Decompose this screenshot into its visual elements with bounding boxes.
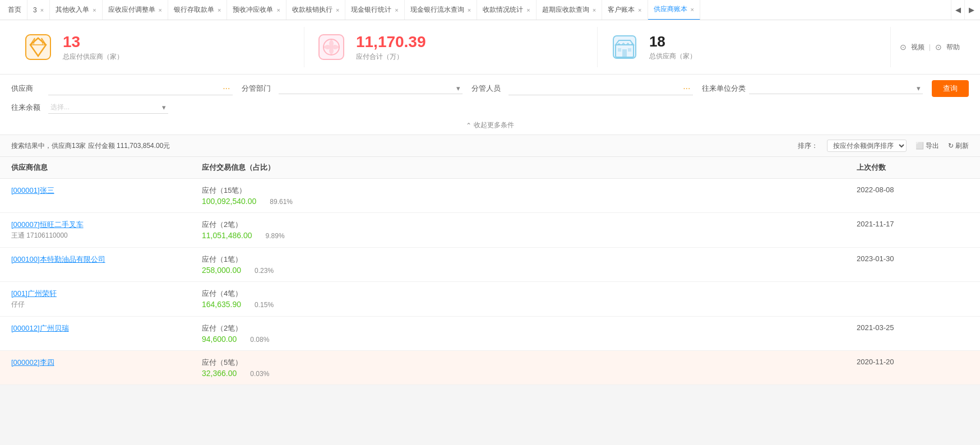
transaction-info-1: 应付（2笔） 11,051,486.00 9.89% [202, 220, 857, 240]
summary-card-2: 11,170.39 应付合计（万） [304, 27, 598, 67]
nav-tab-bank-deposit[interactable]: 银行存取款单× [168, 0, 227, 20]
nav-tab-close-other-income[interactable]: × [93, 7, 96, 13]
nav-tab-cash-stat[interactable]: 现金银行统计× [345, 0, 404, 20]
help-link[interactable]: 帮助 [946, 43, 960, 52]
refresh-icon: ↻ [948, 142, 954, 150]
tx-amount-4[interactable]: 94,600.00 [202, 335, 237, 344]
supplier-info-3: [001]广州荣轩 仔仔 [11, 289, 202, 309]
supplier-link-3[interactable]: [001]广州荣轩 [11, 289, 202, 299]
filter-person: 分管人员 ··· [471, 82, 693, 95]
svg-rect-11 [622, 49, 627, 57]
sort-select[interactable]: 按应付余额倒序排序 [827, 140, 907, 152]
tx-label-5: 应付（5笔） [202, 358, 857, 368]
supplier-link-0[interactable]: [000001]张三 [11, 186, 202, 196]
supplier-link-4[interactable]: [000012]广州贝瑞 [11, 323, 202, 333]
nav-tab-customer-ledger[interactable]: 客户账本× [602, 0, 648, 20]
tx-amount-5[interactable]: 32,366.00 [202, 369, 237, 378]
tx-percent-4: 0.08% [250, 336, 269, 344]
nav-tab-close-cash-stat[interactable]: × [395, 7, 398, 13]
last-pay-0: 2022-08-08 [857, 186, 969, 194]
last-pay-2: 2023-01-30 [857, 254, 969, 263]
person-dots-icon: ··· [683, 84, 690, 94]
tx-amount-0[interactable]: 100,092,540.00 [202, 197, 256, 206]
nav-tab-close-prepay-offset[interactable]: × [276, 7, 280, 13]
filter-supplier: 供应商 ··· [11, 82, 233, 95]
summary-card-1: 13 总应付供应商（家） [11, 27, 304, 67]
person-input[interactable]: ··· [509, 82, 693, 95]
tx-percent-3: 0.15% [255, 301, 274, 309]
nav-prev-btn[interactable]: ◀ [951, 0, 964, 20]
filter-bar: 供应商 ··· 分管部门 ▾ 分管人员 ··· 往来单位分类 ▾ [0, 75, 980, 135]
video-link[interactable]: 视频 [911, 43, 924, 52]
tx-label-4: 应付（2笔） [202, 323, 857, 333]
chevron-up-icon: ⌃ [466, 122, 471, 129]
refresh-btn[interactable]: ↻ 刷新 [948, 141, 969, 151]
tx-percent-5: 0.03% [250, 370, 269, 378]
tx-percent-1: 9.89% [266, 232, 285, 240]
circle-icon: ⊙ [900, 43, 907, 52]
nav-tab-supplier-ledger[interactable]: 供应商账本× [648, 0, 700, 20]
dept-label: 分管部门 [242, 84, 275, 94]
export-icon: ⬜ [916, 142, 924, 150]
nav-tab-overdue-ar[interactable]: 超期应收款查询× [537, 0, 602, 20]
table-row: [000007]恒旺二手叉车 王通 17106110000 应付（2笔） 11,… [0, 213, 980, 248]
total-payable-label: 应付合计（万） [356, 52, 426, 62]
col-header-supplier: 供应商信息 [11, 163, 202, 173]
col-header-transaction: 应付交易信息（占比） [202, 163, 857, 173]
tx-percent-0: 89.61% [270, 198, 293, 206]
total-suppliers: 18 [649, 33, 696, 50]
balance-select[interactable]: 选择... ▾ [48, 101, 168, 114]
nav-tab-close-bank-deposit[interactable]: × [218, 7, 221, 13]
table-row: [000001]张三 应付（15笔） 100,092,540.00 89.61%… [0, 179, 980, 213]
nav-tab-ar-ap-adjust[interactable]: 应收应付调整单× [103, 0, 168, 20]
nav-tab-close-tab3[interactable]: × [40, 7, 44, 13]
supplier-link-5[interactable]: [000002]李四 [11, 358, 202, 368]
supplier-link-2[interactable]: [000100]本特勤油品有限公司 [11, 254, 202, 265]
category-select[interactable]: ▾ [749, 83, 923, 94]
collapse-btn[interactable]: ⌃ 收起更多条件 [11, 118, 969, 131]
total-payable-suppliers-label: 总应付供应商（家） [63, 52, 123, 62]
nav-tab-other-income[interactable]: 其他收入单× [50, 0, 102, 20]
nav-tab-tab3[interactable]: 3× [27, 0, 50, 20]
export-btn[interactable]: ⬜ 导出 [916, 141, 939, 151]
filter-dept: 分管部门 ▾ [242, 83, 463, 94]
nav-tab-receipt-stat[interactable]: 收款情况统计× [477, 0, 536, 20]
table-header: 供应商信息 应付交易信息（占比） 上次付数 [0, 157, 980, 179]
category-chevron-icon: ▾ [917, 84, 921, 92]
nav-tab-cash-flow[interactable]: 现金银行流水查询× [405, 0, 477, 20]
tx-amount-3[interactable]: 164,635.90 [202, 300, 241, 309]
main-table: 供应商信息 应付交易信息（占比） 上次付数 [000001]张三 应付（15笔）… [0, 157, 980, 385]
supplier-info-5: [000002]李四 [11, 358, 202, 368]
summary-text-1: 13 总应付供应商（家） [63, 33, 123, 62]
nav-tab-prepay-offset[interactable]: 预收冲应收单× [227, 0, 286, 20]
grain-icon [316, 31, 347, 63]
nav-tab-close-receipt-verify[interactable]: × [336, 7, 339, 13]
nav-tab-close-receipt-stat[interactable]: × [526, 7, 530, 13]
last-pay-5: 2020-11-20 [857, 358, 969, 366]
shop-icon [609, 31, 640, 63]
nav-tab-receipt-verify[interactable]: 收款核销执行× [286, 0, 345, 20]
table-body: [000001]张三 应付（15笔） 100,092,540.00 89.61%… [0, 179, 980, 385]
tx-percent-2: 0.23% [255, 267, 274, 275]
supplier-input[interactable]: ··· [48, 82, 233, 95]
nav-tab-close-supplier-ledger[interactable]: × [691, 6, 694, 13]
balance-label: 往来余额 [11, 103, 45, 113]
nav-next-btn[interactable]: ▶ [964, 0, 978, 20]
dept-select[interactable]: ▾ [279, 83, 463, 94]
export-label: 导出 [926, 141, 939, 151]
supplier-link-1[interactable]: [000007]恒旺二手叉车 [11, 220, 202, 230]
nav-tab-close-ar-ap-adjust[interactable]: × [159, 7, 162, 13]
summary-text-3: 18 总供应商（家） [649, 33, 696, 61]
total-payable-amount: 11,170.39 [356, 33, 426, 52]
search-button[interactable]: 查询 [932, 80, 969, 97]
nav-tab-close-cash-flow[interactable]: × [468, 7, 471, 13]
summary-text-2: 11,170.39 应付合计（万） [356, 33, 426, 62]
transaction-info-0: 应付（15笔） 100,092,540.00 89.61% [202, 186, 857, 206]
total-suppliers-label: 总供应商（家） [649, 52, 696, 61]
tx-amount-2[interactable]: 258,000.00 [202, 266, 241, 275]
tx-amount-1[interactable]: 11,051,486.00 [202, 231, 252, 240]
nav-tab-close-overdue-ar[interactable]: × [593, 7, 596, 13]
nav-tab-close-customer-ledger[interactable]: × [638, 7, 641, 13]
nav-tab-home[interactable]: 首页 [2, 0, 27, 20]
tx-label-3: 应付（4笔） [202, 289, 857, 299]
